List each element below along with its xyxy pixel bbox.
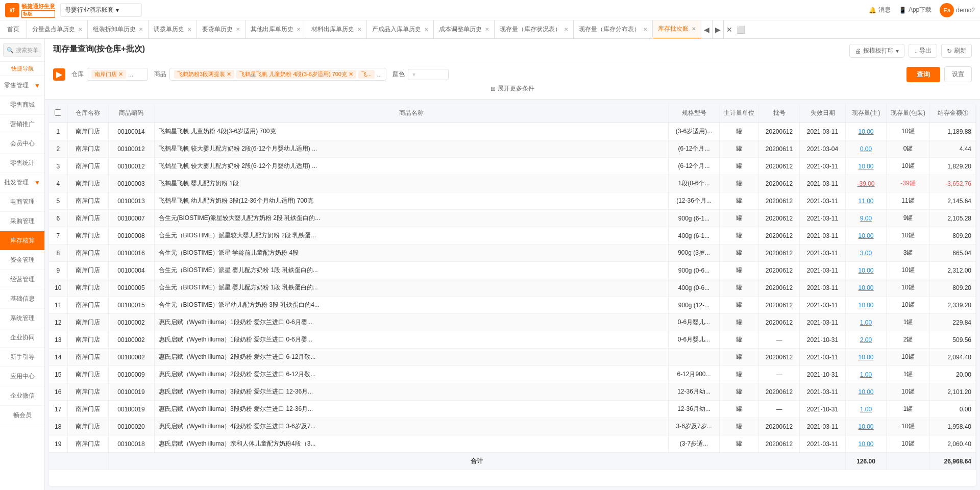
app-download-btn[interactable]: 📱 App下载 (899, 6, 932, 14)
content-area: 现存量查询(按仓库+批次) 🖨 按模板打印 ▾ ↓ 导出 ↻ 刷新 (45, 39, 980, 490)
tab-close-icon[interactable]: ✕ (236, 27, 240, 32)
row-qty-main[interactable]: 10.00 (846, 279, 887, 297)
row-qty-main[interactable]: 10.00 (846, 418, 887, 435)
row-qty-main[interactable]: 10.00 (846, 262, 887, 279)
row-qty-main[interactable]: 1.00 (846, 314, 887, 331)
row-qty-main[interactable]: 1.00 (846, 401, 887, 418)
sidebar-item-enterprise[interactable]: 企业协同 (0, 328, 44, 348)
tab-chanchengpin[interactable]: 产成品入库单历史 ✕ (367, 20, 434, 39)
tab-close-icon[interactable]: ✕ (187, 27, 191, 32)
tab-close-icon[interactable]: ✕ (424, 27, 428, 32)
tab-close-icon[interactable]: ✕ (692, 26, 696, 32)
filter-toggle-btn[interactable]: ▶ (53, 68, 65, 81)
row-expire: 2021-03-11 (800, 383, 846, 401)
tab-kucunpici[interactable]: 库存批次账 ✕ (653, 20, 701, 39)
row-qty-main[interactable]: 2.00 (846, 331, 887, 349)
product-tag-close-1[interactable]: ✕ (227, 71, 231, 78)
tab-maximize-btn[interactable]: ⬜ (735, 20, 746, 39)
row-qty-main[interactable]: 1.00 (846, 366, 887, 383)
select-all-checkbox[interactable] (55, 109, 61, 116)
row-qty-main[interactable]: 10.00 (846, 123, 887, 140)
row-qty-main[interactable]: 10.00 (846, 297, 887, 314)
row-balance: 2,060.40 (930, 435, 976, 453)
sidebar-item-purchase[interactable]: 采购管理 (0, 212, 44, 231)
row-qty-main[interactable]: 10.00 (846, 158, 887, 175)
tab-close-icon[interactable]: ✕ (643, 27, 647, 32)
export-button[interactable]: ↓ 导出 (909, 44, 937, 58)
product-tag-container[interactable]: 飞鹤奶粉3段两提装 ✕ 飞鹤星飞帆 儿童奶粉 4段(3-6岁适用) 700克 ✕… (169, 68, 386, 81)
tab-cailiaochu[interactable]: 材料出库单历史 ✕ (306, 20, 367, 39)
tab-xiancunliang1[interactable]: 现存量（库存状况表） ✕ (495, 20, 574, 39)
account-selector[interactable]: 母婴行业演示账套 ▾ (60, 3, 142, 17)
tab-zuzhangchaijian[interactable]: 组装拆卸单历史 ✕ (88, 20, 149, 39)
sidebar-item-wechat[interactable]: 企业微信 (0, 386, 44, 406)
row-spec: 1段(0-6个... (669, 175, 720, 192)
sidebar-item-retail-mgmt[interactable]: 零售管理 ▼ (0, 76, 44, 95)
tab-diaobodanlishi[interactable]: 调拨单历史 ✕ (149, 20, 197, 39)
sidebar-item-wholesale[interactable]: 批发管理 ▼ (0, 173, 44, 192)
row-qty-main[interactable]: 10.00 (846, 383, 887, 401)
row-qty-main[interactable]: -39.00 (846, 175, 887, 192)
tab-close-icon[interactable]: ✕ (357, 27, 361, 32)
row-qty-main[interactable]: 0.00 (846, 140, 887, 158)
tab-next-btn[interactable]: ▶ (713, 20, 724, 39)
sidebar-item-system[interactable]: 系统管理 (0, 309, 44, 328)
sidebar-item-inventory[interactable]: 库存核算 (0, 231, 44, 251)
th-qty-main: 现存量(主) (846, 104, 887, 123)
print-button[interactable]: 🖨 按模板打印 ▾ (849, 44, 904, 58)
row-unit: 罐 (720, 244, 759, 262)
expand-conditions-btn[interactable]: ⊞ 展开更多条件 (491, 84, 534, 93)
row-qty-main[interactable]: 10.00 (846, 435, 887, 453)
sidebar-item-retail-stat[interactable]: 零售统计 (0, 154, 44, 173)
warehouse-tag-close-icon[interactable]: ✕ (118, 71, 123, 78)
sidebar-item-finance[interactable]: 资金管理 (0, 251, 44, 270)
color-tag-container[interactable]: ▾ (408, 69, 449, 80)
tab-yaohuo[interactable]: 要货单历史 ✕ (197, 20, 246, 39)
row-spec: 3-6岁及7岁... (669, 418, 720, 435)
row-spec: 900g (3岁... (669, 244, 720, 262)
sidebar-item-guide[interactable]: 新手引导 (0, 348, 44, 367)
user-avatar[interactable]: Ea demo2 (940, 3, 975, 17)
tab-close-icon[interactable]: ✕ (297, 27, 301, 32)
sidebar-item-apps[interactable]: 应用中心 (0, 367, 44, 386)
sidebar-item-marketing[interactable]: 营销推广 (0, 115, 44, 134)
row-code: 00100014 (108, 123, 154, 140)
row-qty-main[interactable]: 9.00 (846, 210, 887, 227)
sidebar-item-retail-shop[interactable]: 零售商城 (0, 95, 44, 115)
tab-fenliangpandian[interactable]: 分量盘点单历史 ✕ (27, 20, 88, 39)
refresh-button[interactable]: ↻ 刷新 (941, 44, 972, 58)
table-row: 10 南岸门店 00100005 合生元（BIOSTIME）派星 婴儿配方奶粉 … (49, 279, 976, 297)
row-num: 11 (49, 297, 67, 314)
logo[interactable]: 好 畅捷通好生意 标版 (5, 3, 55, 18)
sidebar-item-ecommerce[interactable]: 电商管理 (0, 192, 44, 212)
tab-xiancunliang2[interactable]: 现存量（库存分布表） ✕ (574, 20, 653, 39)
table-row: 9 南岸门店 00100004 合生元（BIOSTIME）派星 婴儿配方奶粉 1… (49, 262, 976, 279)
tab-chengbentiaozhen[interactable]: 成本调整单历史 ✕ (434, 20, 495, 39)
sidebar-item-member2[interactable]: 畅会员 (0, 406, 44, 425)
quick-nav-label[interactable]: 快捷导航 (11, 65, 34, 71)
settings-button[interactable]: 设置 (944, 66, 972, 82)
tab-close-all-btn[interactable]: ✕ (724, 20, 735, 39)
th-balance: 结存金额① (930, 104, 976, 123)
product-filter-more[interactable]: ... (377, 71, 382, 78)
row-qty-main[interactable]: 3.00 (846, 244, 887, 262)
tab-qitachuku[interactable]: 其他出库单历史 ✕ (246, 20, 306, 39)
sidebar-item-basic[interactable]: 基础信息 (0, 289, 44, 309)
product-tag-close-2[interactable]: ✕ (349, 71, 353, 78)
row-qty-main[interactable]: 11.00 (846, 192, 887, 210)
tab-close-icon[interactable]: ✕ (78, 27, 82, 32)
tab-prev-btn[interactable]: ◀ (701, 20, 713, 39)
row-qty-main[interactable]: 10.00 (846, 349, 887, 366)
tab-close-icon[interactable]: ✕ (564, 27, 568, 32)
message-btn[interactable]: 🔔 消息 (869, 6, 891, 14)
tab-close-icon[interactable]: ✕ (485, 27, 489, 32)
sidebar-item-ops[interactable]: 经营管理 (0, 270, 44, 289)
sidebar-item-member[interactable]: 会员中心 (0, 134, 44, 154)
tab-close-icon[interactable]: ✕ (139, 27, 143, 32)
query-button[interactable]: 查询 (906, 67, 940, 82)
warehouse-tag-container[interactable]: 南岸门店 ✕ ... (87, 68, 148, 81)
filter-more-icon[interactable]: ... (128, 71, 133, 78)
tab-home[interactable]: 首页 (0, 20, 27, 39)
row-qty-main[interactable]: 10.00 (846, 227, 887, 244)
search-button[interactable]: 🔍 搜索英单 (3, 43, 41, 57)
